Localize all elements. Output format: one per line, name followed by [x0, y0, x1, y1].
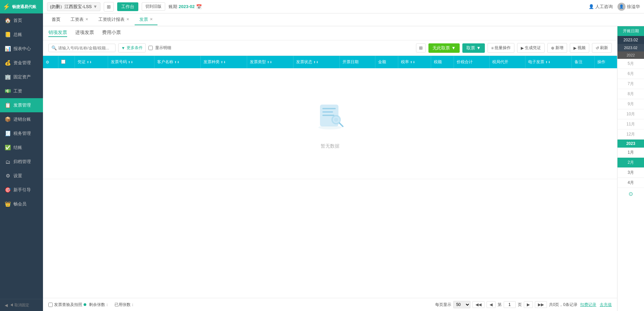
- company-copy-btn[interactable]: ⊞: [104, 2, 114, 11]
- refresh-label: 刷新: [600, 45, 608, 51]
- prev-year-header[interactable]: 2022: [617, 51, 644, 59]
- fetch-ticket-button[interactable]: 取票 ▼: [462, 43, 485, 53]
- year-2023-header2[interactable]: 2023.02: [617, 44, 644, 51]
- scroll-down-btn[interactable]: ⊙: [617, 188, 644, 200]
- sidebar-item-新手引导[interactable]: 🎯 新手引导: [0, 183, 43, 197]
- current-year-header[interactable]: 2023: [617, 140, 644, 148]
- prev-page-btn[interactable]: ◀: [487, 301, 496, 308]
- date-month-prev-12月[interactable]: 12月: [617, 129, 644, 140]
- sub-tab-2[interactable]: 费用小票: [102, 30, 121, 37]
- batch-op-button[interactable]: ≡ 批量操作: [488, 43, 514, 53]
- date-month-curr-4月[interactable]: 4月: [617, 178, 644, 188]
- tab-close-3[interactable]: ✕: [150, 17, 153, 22]
- date-month-prev-9月[interactable]: 9月: [617, 99, 644, 109]
- col-header-10[interactable]: 税率⬆⬇: [398, 56, 431, 68]
- date-month-prev-7月[interactable]: 7月: [617, 79, 644, 89]
- invoice-verify-label: 发票查验及拍照: [54, 302, 82, 308]
- support-text: 人工咨询: [595, 4, 613, 10]
- video-button[interactable]: ▶ 视频: [570, 43, 589, 53]
- col-header-14[interactable]: 电子发票⬆⬇: [525, 56, 572, 68]
- select-all-checkbox[interactable]: [61, 60, 65, 64]
- switch-old-button[interactable]: 切到旧版: [142, 2, 165, 11]
- sort-icon-4: ⬆⬇: [174, 61, 180, 64]
- sidebar-item-发票管理[interactable]: 📋 发票管理: [0, 98, 43, 112]
- year-2023-header[interactable]: 2023.02: [617, 36, 644, 44]
- sidebar-item-结账[interactable]: ✅ 结账: [0, 141, 43, 155]
- date-month-curr-1月[interactable]: 1月: [617, 148, 644, 158]
- charge-record-link[interactable]: 扣费记录: [580, 302, 596, 308]
- sort-icon-10: ⬆⬇: [410, 61, 415, 64]
- date-month-prev-8月[interactable]: 8月: [617, 89, 644, 99]
- tab-1[interactable]: 工资表✕: [66, 14, 93, 25]
- col-header-12: 价税合计: [454, 56, 490, 68]
- sidebar-item-固定资产[interactable]: 🏢 固定资产: [0, 70, 43, 84]
- recharge-link[interactable]: 去充值: [600, 302, 612, 308]
- sidebar-icon-11: ⚙: [5, 173, 11, 179]
- sub-tab-1[interactable]: 进项发票: [75, 30, 94, 37]
- tab-3[interactable]: 发票✕: [135, 14, 157, 25]
- tab-label-2: 工资统计报表: [98, 16, 125, 23]
- sidebar-item-税务管理[interactable]: 🧾 税务管理: [0, 126, 43, 141]
- display-detail-check[interactable]: [148, 46, 153, 50]
- date-month-prev-6月[interactable]: 6月: [617, 69, 644, 79]
- no-ticket-button[interactable]: 无此取票 ▼: [428, 43, 460, 53]
- col-header-6[interactable]: 发票类型⬆⬇: [247, 56, 293, 68]
- sub-tab-0[interactable]: 销项发票: [48, 30, 67, 37]
- date-month-prev-11月[interactable]: 11月: [617, 119, 644, 129]
- next-page-btn[interactable]: ▶: [524, 301, 533, 308]
- invoice-verify-checkbox[interactable]: [48, 303, 53, 307]
- first-page-btn[interactable]: ◀◀: [472, 301, 485, 308]
- search-box[interactable]: 🔍: [48, 44, 116, 52]
- refresh-button[interactable]: ↺ 刷新: [592, 43, 612, 53]
- col-header-2[interactable]: 凭证⬆⬇: [75, 56, 108, 68]
- last-page-btn[interactable]: ▶▶: [535, 301, 547, 308]
- date-month-curr-3月[interactable]: 3月: [617, 168, 644, 178]
- sidebar-logo: ⚡ 畅捷通易代账: [0, 0, 43, 13]
- date-month-prev-10月[interactable]: 10月: [617, 109, 644, 119]
- support-link[interactable]: 👤 人工咨询: [589, 4, 613, 10]
- date-header-label: 开账日期: [623, 29, 639, 33]
- empty-text: 暂无数据: [321, 143, 339, 149]
- sidebar-item-报表中心[interactable]: 📊 报表中心: [0, 42, 43, 56]
- tabs-row: 首页工资表✕工资统计报表✕发票✕: [43, 13, 644, 26]
- date-open-period-header[interactable]: 开账日期: [617, 26, 644, 36]
- new-button[interactable]: ⊕ 新增: [547, 43, 567, 53]
- sidebar-item-工资[interactable]: 💵 工资: [0, 84, 43, 98]
- settings-icon[interactable]: ⚙: [46, 60, 49, 65]
- page-input[interactable]: [504, 301, 516, 308]
- col-header-3[interactable]: 发票号码⬆⬇: [108, 56, 154, 68]
- sidebar-item-畅会员[interactable]: 👑 畅会员: [0, 197, 43, 211]
- sidebar-item-总账[interactable]: 📒 总账: [0, 28, 43, 42]
- remaining-label: 剩余张数：: [89, 302, 109, 308]
- workspace-button[interactable]: 工作台: [117, 2, 138, 11]
- user-menu[interactable]: 👤 徐溢华: [617, 3, 640, 11]
- period-calendar-icon[interactable]: 📅: [196, 4, 202, 9]
- sidebar-item-设置[interactable]: ⚙ 设置: [0, 169, 43, 183]
- generate-cert-button[interactable]: ▶ 生成凭证: [517, 43, 545, 53]
- sidebar-item-首页[interactable]: 🏠 首页: [0, 13, 43, 28]
- col-header-4[interactable]: 客户名称⬆⬇: [154, 56, 200, 68]
- per-page-select[interactable]: 50 100 200: [453, 301, 470, 308]
- sidebar-label-13: 畅会员: [13, 201, 27, 207]
- sidebar-item-归档管理[interactable]: 🗂 归档管理: [0, 155, 43, 169]
- col-header-7[interactable]: 发票状态⬆⬇: [293, 56, 339, 68]
- sidebar-item-资金管理[interactable]: 💰 资金管理: [0, 56, 43, 70]
- search-input[interactable]: [58, 46, 112, 50]
- tab-2[interactable]: 工资统计报表✕: [94, 14, 134, 25]
- scroll-down-icon: ⊙: [629, 191, 633, 197]
- sidebar-collapse-btn[interactable]: ◀ ◀ 取消固定: [0, 299, 43, 311]
- sidebar-item-进销台账[interactable]: 📦 进销台账: [0, 112, 43, 126]
- date-month-curr-2月[interactable]: 2月: [617, 158, 644, 168]
- tab-close-1[interactable]: ✕: [85, 17, 88, 22]
- display-detail-checkbox[interactable]: 显示明细: [148, 45, 171, 51]
- tab-close-2[interactable]: ✕: [126, 17, 129, 22]
- company-selector[interactable]: (勿删）江西股宝-LSS ▼: [47, 2, 100, 11]
- col-header-5[interactable]: 发票种类⬆⬇: [200, 56, 247, 68]
- date-month-prev-5月[interactable]: 5月: [617, 59, 644, 69]
- filter-button[interactable]: ▼ 更多条件: [118, 43, 146, 52]
- invoice-verify-check[interactable]: 发票查验及拍照: [48, 302, 86, 308]
- tab-0[interactable]: 首页: [47, 14, 65, 25]
- toolbar: 🔍 ▼ 更多条件 显示明细 ⊞ 无此取票 ▼: [43, 40, 617, 56]
- grid-icon-btn[interactable]: ⊞: [416, 43, 426, 52]
- logo-text: 畅捷通易代账: [12, 4, 36, 10]
